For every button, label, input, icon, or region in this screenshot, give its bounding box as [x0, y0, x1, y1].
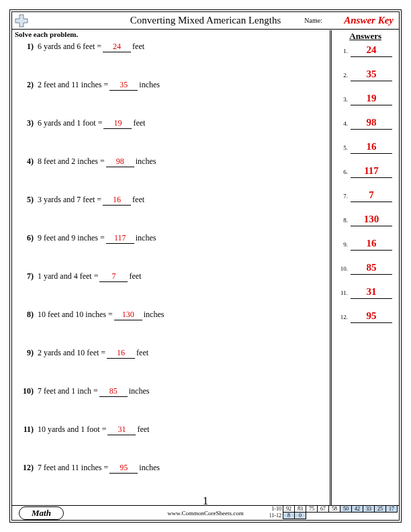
answer-blank: 19 — [103, 118, 132, 129]
answer-blank: 35 — [109, 80, 138, 91]
problems-area: 1) 6 yards and 6 feet = 24 feet 2) 2 fee… — [16, 42, 325, 501]
answer-blank: 130 — [114, 310, 142, 320]
answer-value: 31 — [351, 286, 392, 299]
problem-before: 1 yard and 4 feet = — [38, 271, 98, 281]
problem-row: 5) 3 yards and 7 feet = 16 feet — [16, 195, 325, 206]
answer-number: 11. — [336, 290, 348, 296]
answer-number: 12. — [336, 314, 348, 320]
answer-value: 24 — [351, 44, 392, 57]
instruction-text: Solve each problem. — [15, 30, 78, 38]
score-label: 11-12 — [267, 513, 283, 519]
answer-key-label: Answer Key — [344, 15, 394, 26]
answer-number: 7. — [336, 193, 348, 200]
problem-after: inches — [139, 463, 160, 473]
problem-before: 10 yards and 1 foot = — [38, 425, 106, 435]
score-cell: 33 — [363, 506, 375, 513]
answer-blank: 7 — [99, 271, 128, 282]
score-cell: 58 — [329, 506, 340, 513]
answer-row: 2.35 — [336, 69, 392, 81]
answer-number: 6. — [336, 169, 348, 175]
problem-after: inches — [144, 310, 165, 320]
score-cell: 92 — [283, 506, 295, 513]
answer-blank: 85 — [99, 386, 128, 397]
answer-value: 95 — [351, 310, 392, 323]
answer-row: 3.19 — [336, 93, 392, 105]
answer-row: 12.95 — [336, 310, 392, 323]
problem-number: 12) — [16, 463, 34, 473]
problem-row: 12) 7 feet and 11 inches = 95 inches — [16, 463, 325, 474]
score-cell: 75 — [306, 506, 318, 513]
problem-number: 9) — [16, 348, 34, 358]
answer-blank: 31 — [107, 425, 136, 435]
page-outer-border: Converting Mixed American Lengths Name: … — [9, 9, 402, 523]
problem-row: 9) 2 yards and 10 feet = 16 feet — [16, 348, 325, 359]
problem-text: 2 feet and 11 inches = 35 inches — [38, 80, 160, 91]
problem-after: feet — [133, 118, 145, 128]
problem-before: 8 feet and 2 inches = — [38, 157, 105, 167]
answer-number: 1. — [336, 48, 348, 54]
answer-row: 1.24 — [336, 44, 392, 57]
page-inner-border: Converting Mixed American Lengths Name: … — [11, 11, 400, 521]
answer-number: 2. — [336, 72, 348, 79]
page-content: Converting Mixed American Lengths Name: … — [12, 12, 399, 520]
answer-row: 11.31 — [336, 286, 392, 299]
problem-after: feet — [132, 42, 144, 52]
problem-before: 2 feet and 11 inches = — [38, 80, 108, 90]
worksheet-title: Converting Mixed American Lengths — [12, 15, 399, 26]
problem-before: 10 feet and 10 inches = — [38, 310, 113, 320]
problem-before: 6 yards and 1 foot = — [38, 118, 102, 128]
problem-row: 4) 8 feet and 2 inches = 98 inches — [16, 157, 325, 167]
problem-before: 6 yards and 6 feet = — [38, 42, 101, 52]
answers-column-title: Answers — [349, 31, 381, 42]
problem-number: 11) — [16, 425, 34, 435]
answer-number: 4. — [336, 120, 348, 127]
problem-after: inches — [136, 157, 156, 167]
problem-number: 6) — [16, 233, 34, 243]
separator-line-2 — [330, 30, 330, 505]
problem-number: 2) — [16, 80, 34, 90]
problem-text: 7 feet and 1 inch = 85 inches — [38, 386, 149, 397]
problem-number: 8) — [16, 310, 34, 320]
answer-value: 130 — [351, 214, 392, 226]
answer-value: 35 — [351, 69, 392, 81]
answer-number: 5. — [336, 144, 348, 151]
score-cell: 42 — [352, 506, 363, 513]
answer-number: 9. — [336, 241, 348, 248]
score-cell: 0 — [295, 513, 306, 519]
problem-after: feet — [136, 348, 148, 358]
problem-before: 7 feet and 11 inches = — [38, 463, 108, 473]
answer-value: 85 — [351, 262, 392, 275]
problem-row: 10) 7 feet and 1 inch = 85 inches — [16, 386, 325, 397]
score-label: 1-10 — [267, 506, 283, 513]
problem-before: 2 yards and 10 feet = — [38, 348, 105, 358]
answer-row: 9.16 — [336, 238, 392, 251]
problem-before: 3 yards and 7 feet = — [38, 195, 101, 205]
problem-text: 6 yards and 1 foot = 19 feet — [38, 118, 145, 129]
problem-after: feet — [132, 195, 144, 205]
problem-number: 10) — [16, 386, 34, 396]
problem-row: 8) 10 feet and 10 inches = 130 inches — [16, 310, 325, 320]
problem-number: 7) — [16, 271, 34, 281]
answer-value: 98 — [351, 117, 392, 130]
problem-text: 7 feet and 11 inches = 95 inches — [38, 463, 160, 474]
score-cell: 67 — [318, 506, 329, 513]
problem-text: 2 yards and 10 feet = 16 feet — [38, 348, 148, 359]
problem-row: 6) 9 feet and 9 inches = 117 inches — [16, 233, 325, 244]
answer-number: 8. — [336, 217, 348, 224]
answer-value: 16 — [351, 141, 392, 154]
problem-text: 3 yards and 7 feet = 16 feet — [38, 195, 144, 206]
problem-before: 7 feet and 1 inch = — [38, 386, 98, 396]
score-cell: 25 — [375, 506, 386, 513]
answer-value: 19 — [351, 93, 392, 105]
answer-value: 117 — [351, 165, 392, 178]
answer-row: 7.7 — [336, 189, 392, 202]
answer-blank: 16 — [107, 348, 135, 359]
score-grid: 1-10 92 83 75 67 58 50 42 33 25 17 — [267, 505, 398, 519]
problem-row: 11) 10 yards and 1 foot = 31 feet — [16, 425, 325, 435]
problem-text: 10 feet and 10 inches = 130 inches — [38, 310, 164, 320]
score-cell: 17 — [386, 506, 398, 513]
problem-number: 3) — [16, 118, 34, 128]
problem-after: feet — [129, 271, 141, 281]
problem-row: 3) 6 yards and 1 foot = 19 feet — [16, 118, 325, 129]
problem-after: inches — [139, 80, 160, 90]
